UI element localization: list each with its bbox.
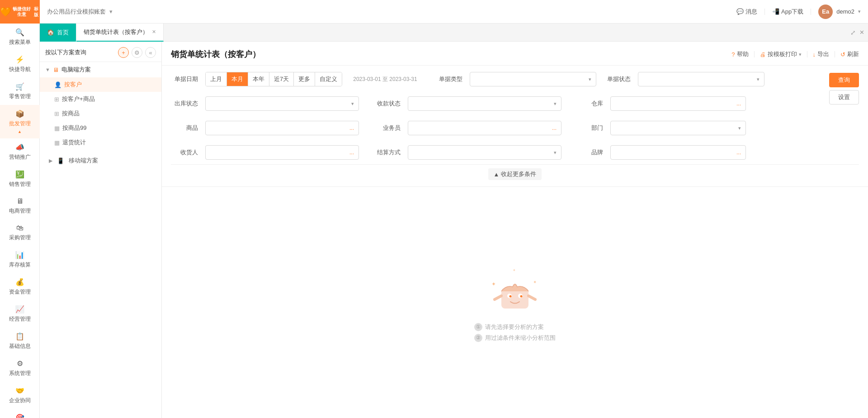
outbound-select[interactable]: ▾ [205,96,359,111]
scheme-group-mobile-title[interactable]: ▶ 📱 移动端方案 [40,153,161,168]
scheme-item-return-stat[interactable]: ▦ 退货统计 [40,135,161,150]
scheme-group-desktop-title[interactable]: ▼ 🖥 电脑端方案 [40,62,161,77]
receiver-more[interactable]: ... [349,149,354,156]
sidebar-item-newbie[interactable]: 🎯 新手引导 [0,409,40,418]
operations-icon: 📈 [15,305,24,314]
export-btn[interactable]: ↓ 导出 [813,50,830,58]
empty-state: ✦ ✦ ✦ ① 请先选择要分析的方案 ② 用过滤条件来缩小分析范围 [162,187,868,418]
left-panel-title: 按以下方案查询 [45,48,114,57]
product-more[interactable]: ... [349,125,354,131]
query-button[interactable]: 查询 [829,73,859,87]
collapse-btn[interactable]: ▲ 收起更多条件 [488,168,542,180]
tab-close-icon[interactable]: ✕ [152,29,156,35]
scheme-item-product-label: 按商品 [62,109,80,118]
tip-num-1: ① [474,323,482,331]
sidebar-item-search[interactable]: 🔍 搜索菜单 [0,24,40,51]
breadcrumb-dropdown-icon[interactable]: ▾ [109,8,113,15]
desktop-group-arrow: ▼ [45,67,50,72]
filter-row-1: 单据日期 上月 本月 本年 近7天 更多 自定义 2023-03-01 至 20… [171,72,822,86]
divider-2 [811,9,811,15]
settings-button[interactable]: 设置 [829,90,859,104]
brand-label: 品牌 [576,148,603,157]
sidebar-item-marketing[interactable]: 📣 营销推广 [0,138,40,166]
print-arrow-icon: ▾ [799,52,802,57]
sidebar-item-finance[interactable]: 💰 资金管理 [0,273,40,300]
page-title: 销货单统计表（按客户） [171,49,260,60]
sidebar-item-wholesale[interactable]: 📦 批发管理 ▲ [0,105,40,138]
sidebar-label-search: 搜索菜单 [9,38,31,46]
date-btn-this-year[interactable]: 本年 [248,72,269,86]
receiver-select[interactable]: ... [205,145,359,160]
brand-select[interactable]: ... [610,145,746,160]
sidebar-item-basic[interactable]: 📋 基础信息 [0,328,40,355]
refresh-icon: ↺ [840,51,845,58]
settings-scheme-btn[interactable]: ⚙ [132,47,142,58]
salesperson-select[interactable]: ... [408,121,561,135]
mobile-group-label: 移动端方案 [69,157,98,165]
basic-icon: 📋 [15,332,24,341]
scheme-item-customer-product[interactable]: ⊞ 按客户+商品 [40,92,161,106]
quicknav-icon: ⚡ [15,55,24,64]
tab-close-all-btn[interactable]: ✕ [859,29,864,36]
settlement-select[interactable]: ▾ [408,145,561,160]
sidebar-item-retail[interactable]: 🛒 零售管理 [0,78,40,105]
scheme-item-by-product[interactable]: ⊞ 按商品 [40,106,161,121]
print-btn[interactable]: 🖨 按模板打印 ▾ [760,50,802,58]
department-select[interactable]: ▾ [610,121,746,135]
collapse-panel-btn[interactable]: « [145,47,156,58]
scheme-item-by-customer[interactable]: 👤 按客户 [40,77,161,92]
collapse-label: 收起更多条件 [501,170,536,178]
outbound-label: 出库状态 [171,100,198,108]
empty-illustration: ✦ ✦ ✦ [488,263,542,318]
user-menu[interactable]: Ea demo2 ▾ [818,5,861,19]
date-btn-last-month[interactable]: 上月 [206,72,227,86]
date-filter: 上月 本月 本年 近7天 更多 自定义 [205,72,342,86]
scheme-item-product-99[interactable]: ▦ 按商品99 [40,121,161,135]
sidebar-label-wholesale: 批发管理 [9,120,31,128]
grid-icon-2: ⊞ [54,110,59,117]
tab-home[interactable]: 🏠 首页 [40,24,76,42]
add-scheme-btn[interactable]: + [118,47,129,58]
date-btn-more[interactable]: 更多 [294,72,315,86]
tab-sales-stat[interactable]: 销货单统计表（按客户） ✕ [76,24,164,42]
doc-type-select[interactable]: ▾ [470,72,596,86]
filter-row-2: 出库状态 ▾ 收款状态 ▾ 仓库 [171,96,822,111]
sidebar-item-purchase[interactable]: 🛍 采购管理 [0,219,40,246]
help-icon: ? [731,51,735,58]
scheme-item-cust-prod-label: 按客户+商品 [62,95,95,103]
doc-status-select[interactable]: ▾ [638,72,764,86]
sidebar-item-operations[interactable]: 📈 经营管理 [0,300,40,328]
date-btn-7days[interactable]: 近7天 [269,72,294,86]
payment-select[interactable]: ▾ [408,96,561,111]
salesperson-more[interactable]: ... [552,125,557,131]
refresh-btn[interactable]: ↺ 刷新 [840,50,859,58]
sidebar-item-quick-nav[interactable]: ⚡ 快捷导航 [0,51,40,78]
message-btn[interactable]: 💬 消息 [736,8,757,16]
tab-maximize-btn[interactable]: ⤢ [850,29,856,36]
help-label: 帮助 [737,50,749,58]
date-btn-custom[interactable]: 自定义 [315,72,342,86]
main-area: 办公用品行业模拟账套 ▾ 💬 消息 📲 App下载 Ea demo2 ▾ 🏠 [40,0,868,418]
app-download-btn[interactable]: 📲 App下载 [772,8,803,16]
help-btn[interactable]: ? 帮助 [731,50,748,58]
empty-tip-2-text: 用过滤条件来缩小分析范围 [485,334,556,342]
sales-icon: 💹 [15,170,24,179]
warehouse-more[interactable]: ... [736,100,741,107]
sidebar-item-sales[interactable]: 💹 销售管理 [0,166,40,193]
sidebar-label-inventory: 库存核算 [9,261,31,269]
tab-bar: 🏠 首页 销货单统计表（按客户） ✕ ⤢ ✕ [40,24,868,42]
warehouse-select[interactable]: ... [610,96,746,111]
sidebar-item-enterprise[interactable]: 🤝 企业协同 [0,382,40,409]
ecommerce-icon: 🖥 [16,197,24,205]
outbound-arrow: ▾ [351,101,354,107]
svg-text:✦: ✦ [513,268,516,272]
brand-more[interactable]: ... [736,149,741,156]
sidebar-item-system[interactable]: ⚙ 系统管理 [0,355,40,382]
payment-label: 收款状态 [373,100,401,108]
date-btn-this-month[interactable]: 本月 [227,72,248,86]
product-select[interactable]: ... [205,121,359,135]
sidebar-item-inventory[interactable]: 📊 库存核算 [0,246,40,273]
sidebar-item-ecommerce[interactable]: 🖥 电商管理 [0,193,40,219]
avatar: Ea [818,5,833,19]
page-title-bar: 销货单统计表（按客户） ? 帮助 🖨 按模板打印 ▾ ↓ [162,42,868,66]
